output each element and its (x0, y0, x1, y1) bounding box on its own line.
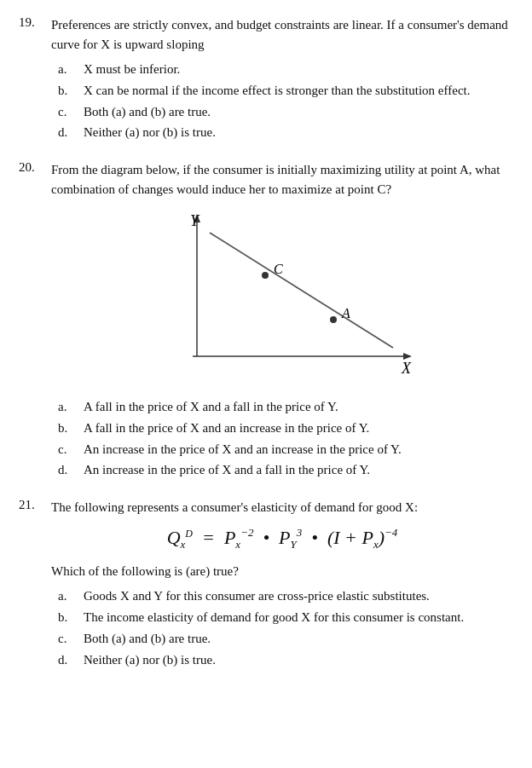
svg-line-6 (210, 233, 393, 348)
svg-point-9 (330, 316, 337, 323)
list-item: d. Neither (a) nor (b) is true. (58, 651, 513, 670)
opt-text: Neither (a) nor (b) is true. (84, 124, 513, 142)
q20-options: a. A fall in the price of X and a fall i… (58, 398, 513, 480)
list-item: b. X can be normal if the income effect … (58, 82, 513, 101)
svg-text:C: C (274, 262, 283, 276)
opt-letter: c. (58, 441, 84, 459)
opt-text: The income elasticity of demand for good… (84, 609, 513, 627)
question-19: 19. Preferences are strictly convex, and… (19, 15, 513, 145)
svg-point-7 (262, 272, 269, 279)
q21-options: a. Goods X and Y for this consumer are c… (58, 587, 513, 669)
question-20: 20. From the diagram below, if the consu… (19, 160, 513, 482)
svg-marker-3 (403, 353, 412, 360)
svg-text:X: X (401, 360, 412, 377)
q21-which: Which of the following is (are) true? (51, 562, 513, 581)
opt-letter: d. (58, 124, 84, 142)
opt-letter: a. (58, 587, 84, 606)
opt-text: An increase in the price of X and a fall… (84, 461, 513, 480)
supply-demand-diagram: Y X C A (146, 207, 419, 386)
question-21: 21. The following represents a consumer'… (19, 498, 513, 672)
q19-number: 19. (19, 15, 51, 145)
opt-letter: d. (58, 651, 84, 670)
formula-display: QxD = Px−2 • PY3 • (I + Px)−4 (51, 526, 513, 551)
opt-letter: d. (58, 461, 84, 480)
opt-text: An increase in the price of X and an inc… (84, 441, 513, 459)
q20-text: From the diagram below, if the consumer … (51, 160, 513, 199)
list-item: d. An increase in the price of X and a f… (58, 461, 513, 480)
opt-letter: b. (58, 609, 84, 627)
opt-text: A fall in the price of X and a fall in t… (84, 398, 513, 417)
list-item: a. A fall in the price of X and a fall i… (58, 398, 513, 417)
opt-letter: a. (58, 398, 84, 417)
opt-text: Both (a) and (b) are true. (84, 103, 513, 122)
opt-text: A fall in the price of X and an increase… (84, 419, 513, 438)
list-item: c. Both (a) and (b) are true. (58, 630, 513, 649)
opt-text: Both (a) and (b) are true. (84, 630, 513, 649)
q21-text: The following represents a consumer's el… (51, 498, 513, 517)
opt-text: Goods X and Y for this consumer are cros… (84, 587, 513, 606)
opt-letter: b. (58, 419, 84, 438)
list-item: d. Neither (a) nor (b) is true. (58, 124, 513, 142)
list-item: c. An increase in the price of X and an … (58, 441, 513, 459)
q19-content: Preferences are strictly convex, and bud… (51, 15, 513, 145)
list-item: a. Goods X and Y for this consumer are c… (58, 587, 513, 606)
q21-number: 21. (19, 498, 51, 672)
opt-text: Neither (a) nor (b) is true. (84, 651, 513, 670)
opt-text: X must be inferior. (84, 61, 513, 79)
opt-letter: c. (58, 630, 84, 649)
opt-letter: c. (58, 103, 84, 122)
q21-content: The following represents a consumer's el… (51, 498, 513, 672)
q19-text: Preferences are strictly convex, and bud… (51, 15, 513, 54)
q20-content: From the diagram below, if the consumer … (51, 160, 513, 482)
opt-letter: a. (58, 61, 84, 79)
list-item: b. The income elasticity of demand for g… (58, 609, 513, 627)
diagram-container: Y X C A (51, 207, 513, 386)
list-item: b. A fall in the price of X and an incre… (58, 419, 513, 438)
q19-options: a. X must be inferior. b. X can be norma… (58, 61, 513, 142)
opt-text: X can be normal if the income effect is … (84, 82, 513, 101)
svg-text:A: A (341, 306, 350, 320)
list-item: c. Both (a) and (b) are true. (58, 103, 513, 122)
list-item: a. X must be inferior. (58, 61, 513, 79)
opt-letter: b. (58, 82, 84, 101)
q20-number: 20. (19, 160, 51, 482)
